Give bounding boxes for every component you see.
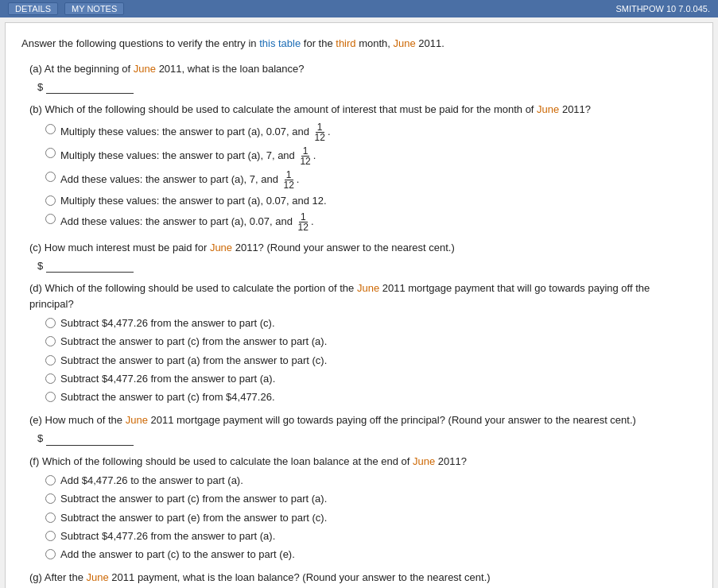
part-d-radio-1[interactable] xyxy=(45,318,56,328)
part-b-option-2-text: Multiply these values: the answer to par… xyxy=(60,146,316,166)
part-b-radio-1[interactable] xyxy=(45,124,56,134)
part-b-option-4-text: Multiply these values: the answer to par… xyxy=(60,194,327,208)
part-d-option-3: Subtract the answer to part (a) from the… xyxy=(45,354,697,368)
part-a-text1: At the beginning of xyxy=(42,63,134,75)
part-a-label: (a) xyxy=(29,63,42,75)
part-b-option-3: Add these values: the answer to part (a)… xyxy=(45,170,697,190)
part-e-question: (e) How much of the June 2011 mortgage p… xyxy=(29,412,697,428)
part-a-question: (a) At the beginning of June 2011, what … xyxy=(29,61,697,77)
part-c-label: (c) xyxy=(29,242,41,253)
part-d-option-2-text: Subtract the answer to part (c) from the… xyxy=(60,335,327,349)
part-g-text1: After the xyxy=(42,571,87,583)
intro2-text: for the xyxy=(301,37,336,49)
part-b-option-1-text: Multiply these values: the answer to par… xyxy=(60,122,331,142)
part-f-option-3: Subtract the answer to part (e) from the… xyxy=(45,511,697,525)
part-b-option-1: Multiply these values: the answer to par… xyxy=(45,122,697,142)
part-f-june: June xyxy=(413,455,435,467)
fraction-b5: 112 xyxy=(297,212,310,232)
part-g-text2: 2011 payment, what is the loan balance? … xyxy=(109,571,491,583)
part-a-input-line: $ xyxy=(37,79,697,94)
part-f-radio-2[interactable] xyxy=(45,493,56,504)
part-f-option-5: Add the answer to part (c) to the answer… xyxy=(45,547,697,562)
question-header: Answer the following questions to verify… xyxy=(21,36,697,52)
part-f-text2: 2011? xyxy=(435,455,467,467)
part-f-option-1-text: Add $4,477.26 to the answer to part (a). xyxy=(60,474,243,488)
part-c-text2: 2011? (Round your answer to the nearest … xyxy=(232,242,455,253)
part-d-option-2: Subtract the answer to part (c) from the… xyxy=(45,335,697,349)
part-a-input[interactable] xyxy=(46,79,134,94)
part-g-label: (g) xyxy=(29,571,42,583)
part-b-text2: 2011? xyxy=(559,103,591,115)
part-f-option-3-text: Subtract the answer to part (e) from the… xyxy=(60,511,327,525)
fraction-b1: 112 xyxy=(313,122,327,142)
part-f-radio-3[interactable] xyxy=(45,513,56,523)
part-d-radio-5[interactable] xyxy=(45,392,56,402)
part-f-option-4: Subtract $4,477.26 from the answer to pa… xyxy=(45,529,697,544)
part-d-option-4: Subtract $4,477.26 from the answer to pa… xyxy=(45,372,697,386)
this-table-link[interactable]: this table xyxy=(259,37,301,49)
part-f-option-5-text: Add the answer to part (c) to the answer… xyxy=(60,547,295,562)
part-d-june: June xyxy=(357,282,379,294)
intro3-text: month, xyxy=(356,37,394,49)
part-e-input[interactable] xyxy=(46,431,134,446)
part-d-option-1: Subtract $4,477.26 from the answer to pa… xyxy=(45,316,697,331)
fraction-b3: 112 xyxy=(282,170,296,190)
part-d-text1: Which of the following should be used to… xyxy=(42,282,357,294)
part-d-option-5-text: Subtract the answer to part (c) from $4,… xyxy=(60,390,275,404)
part-c-june: June xyxy=(210,242,232,253)
part-a-text2: 2011, what is the loan balance? xyxy=(156,63,304,75)
part-d-radio-3[interactable] xyxy=(45,355,56,366)
part-b-radio-2[interactable] xyxy=(45,148,56,158)
part-f-radio-5[interactable] xyxy=(45,549,56,559)
part-e-text1: How much of the xyxy=(42,414,126,426)
part-e-june: June xyxy=(126,414,148,426)
main-container: Answer the following questions to verify… xyxy=(5,22,713,588)
part-f-option-2: Subtract the answer to part (c) from the… xyxy=(45,492,697,506)
part-d-option-4-text: Subtract $4,477.26 from the answer to pa… xyxy=(60,372,275,386)
part-b-question: (b) Which of the following should be use… xyxy=(29,102,697,118)
third-highlight: third xyxy=(336,37,355,49)
part-f-option-4-text: Subtract $4,477.26 from the answer to pa… xyxy=(60,529,275,544)
part-c-question: (c) How much interest must be paid for J… xyxy=(29,240,697,256)
part-f-text1: Which of the following should be used to… xyxy=(39,455,413,467)
part-b-june: June xyxy=(537,103,559,115)
part-g-june: June xyxy=(87,571,109,583)
part-f-question: (f) Which of the following should be use… xyxy=(29,454,697,470)
details-button[interactable]: DETAILS xyxy=(8,2,58,15)
top-bar-right-text: SMITHPOW 10 7.0.045. xyxy=(615,4,710,14)
part-b-label: (b) xyxy=(29,103,42,115)
part-d-label: (d) xyxy=(29,282,42,294)
june-header-highlight: June xyxy=(394,37,416,49)
part-d-option-3-text: Subtract the answer to part (a) from the… xyxy=(60,354,327,368)
part-d-option-1-text: Subtract $4,477.26 from the answer to pa… xyxy=(60,316,275,331)
part-b-radio-4[interactable] xyxy=(45,195,56,206)
part-f-radio-group: Add $4,477.26 to the answer to part (a).… xyxy=(45,474,697,562)
part-b-option-3-text: Add these values: the answer to part (a)… xyxy=(60,170,299,190)
part-d-radio-2[interactable] xyxy=(45,336,56,346)
part-f-option-2-text: Subtract the answer to part (c) from the… xyxy=(60,492,327,506)
part-a-dollar: $ xyxy=(37,81,43,93)
part-d-radio-4[interactable] xyxy=(45,373,56,384)
part-e-text2: 2011 mortgage payment will go towards pa… xyxy=(148,414,636,426)
part-c-dollar: $ xyxy=(37,260,43,272)
part-a-june: June xyxy=(134,63,156,75)
part-b-radio-3[interactable] xyxy=(45,172,56,182)
part-d-question: (d) Which of the following should be use… xyxy=(29,280,697,311)
part-b-option-5-text: Add these values: the answer to part (a)… xyxy=(60,212,314,232)
part-b-radio-5[interactable] xyxy=(45,214,56,224)
part-f-radio-1[interactable] xyxy=(45,475,56,485)
part-c-input[interactable] xyxy=(46,258,134,273)
part-d-option-5: Subtract the answer to part (c) from $4,… xyxy=(45,390,697,404)
part-b-radio-group: Multiply these values: the answer to par… xyxy=(45,122,697,232)
fraction-b2: 112 xyxy=(298,146,312,166)
part-g-question: (g) After the June 2011 payment, what is… xyxy=(29,570,697,586)
part-e-input-line: $ xyxy=(37,431,697,446)
my-notes-button[interactable]: MY NOTES xyxy=(64,2,124,15)
intro-text: Answer the following questions to verify… xyxy=(21,37,259,49)
part-e-dollar: $ xyxy=(37,432,43,444)
part-c-text1: How much interest must be paid for xyxy=(41,242,210,253)
part-b-option-5: Add these values: the answer to part (a)… xyxy=(45,212,697,232)
part-f-option-1: Add $4,477.26 to the answer to part (a). xyxy=(45,474,697,488)
part-f-radio-4[interactable] xyxy=(45,531,56,541)
part-c-input-line: $ xyxy=(37,258,697,273)
